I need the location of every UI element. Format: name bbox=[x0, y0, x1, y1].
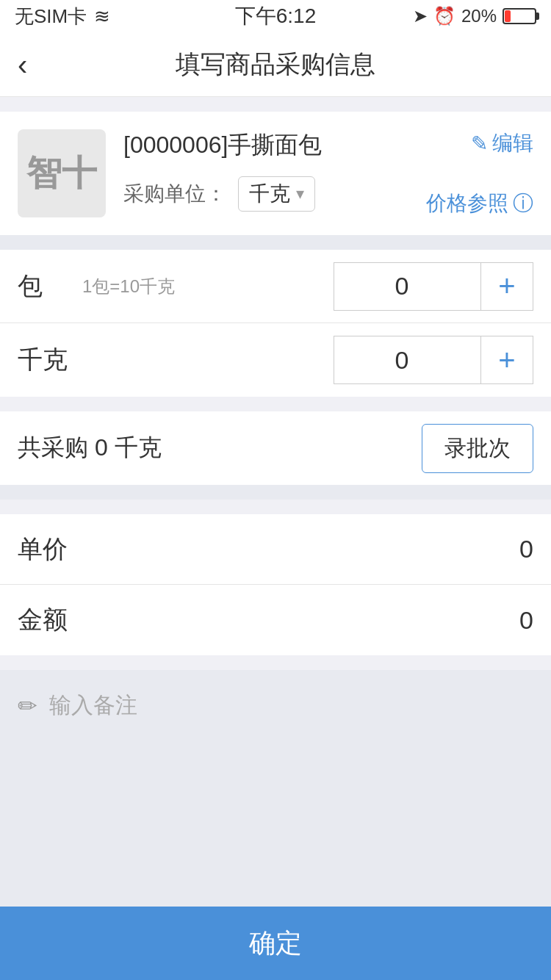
status-time: 下午6:12 bbox=[235, 2, 317, 30]
unit-value: 千克 bbox=[249, 180, 290, 208]
kg-quantity-input[interactable] bbox=[334, 336, 480, 384]
price-ref-label: 价格参照 bbox=[426, 190, 508, 217]
battery-percent: 20% bbox=[461, 6, 497, 26]
section-divider-1 bbox=[0, 235, 551, 250]
notes-placeholder: 输入备注 bbox=[49, 691, 137, 721]
nav-bar: ‹ 填写商品采购信息 bbox=[0, 32, 551, 97]
input-section: 包 1包=10千克 + 千克 + bbox=[0, 250, 551, 397]
edit-icon: ✎ bbox=[471, 131, 488, 156]
info-icon: ⓘ bbox=[513, 190, 533, 217]
bag-plus-button[interactable]: + bbox=[480, 262, 533, 311]
status-bar: 无SIM卡 ≋ 下午6:12 ➤ ⏰ 20% bbox=[0, 0, 551, 32]
amount-value: 0 bbox=[519, 606, 533, 635]
carrier-label: 无SIM卡 bbox=[15, 4, 87, 29]
edit-button[interactable]: ✎ 编辑 bbox=[471, 129, 533, 157]
kg-input-right: + bbox=[334, 336, 533, 384]
price-section: 单价 0 金额 0 bbox=[0, 514, 551, 655]
unit-price-value: 0 bbox=[519, 535, 533, 563]
summary-row: 共采购 0 千克 录批次 bbox=[0, 411, 551, 485]
bag-input-row: 包 1包=10千克 + bbox=[0, 250, 551, 323]
wifi-icon: ≋ bbox=[94, 5, 110, 28]
bag-sublabel: 1包=10千克 bbox=[82, 275, 175, 298]
unit-price-label: 单价 bbox=[18, 533, 68, 566]
product-card: 智十 [0000006]手撕面包 采购单位： 千克 ▾ ✎ 编辑 价格参照 ⓘ bbox=[0, 112, 551, 235]
bag-quantity-input[interactable] bbox=[334, 262, 480, 311]
section-divider-2 bbox=[0, 485, 551, 500]
unit-selector[interactable]: 千克 ▾ bbox=[238, 176, 315, 212]
unit-label: 采购单位： bbox=[123, 180, 226, 208]
product-logo: 智十 bbox=[26, 150, 97, 197]
chevron-down-icon: ▾ bbox=[296, 184, 304, 203]
page-title: 填写商品采购信息 bbox=[176, 48, 375, 82]
amount-label: 金额 bbox=[18, 603, 68, 637]
edit-label: 编辑 bbox=[492, 129, 533, 157]
price-ref-button[interactable]: 价格参照 ⓘ bbox=[426, 190, 533, 217]
status-bar-left: 无SIM卡 ≋ bbox=[15, 4, 110, 29]
kg-label: 千克 bbox=[18, 343, 76, 377]
status-bar-right: ➤ ⏰ 20% bbox=[413, 6, 536, 26]
bag-input-right: + bbox=[334, 262, 533, 311]
summary-text: 共采购 0 千克 bbox=[18, 432, 162, 464]
location-icon: ➤ bbox=[413, 6, 428, 26]
batch-button[interactable]: 录批次 bbox=[422, 424, 533, 473]
kg-input-row: 千克 + bbox=[0, 323, 551, 397]
confirm-button[interactable]: 确定 bbox=[0, 907, 551, 980]
pencil-icon: ✏ bbox=[18, 692, 37, 720]
alarm-icon: ⏰ bbox=[433, 6, 455, 26]
notes-section[interactable]: ✏ 输入备注 bbox=[0, 670, 551, 741]
amount-row: 金额 0 bbox=[0, 585, 551, 655]
kg-plus-button[interactable]: + bbox=[480, 336, 533, 384]
bag-label: 包 bbox=[18, 270, 76, 303]
product-image: 智十 bbox=[18, 129, 106, 217]
battery-icon bbox=[503, 8, 536, 24]
unit-price-row: 单价 0 bbox=[0, 514, 551, 585]
back-button[interactable]: ‹ bbox=[18, 50, 27, 79]
